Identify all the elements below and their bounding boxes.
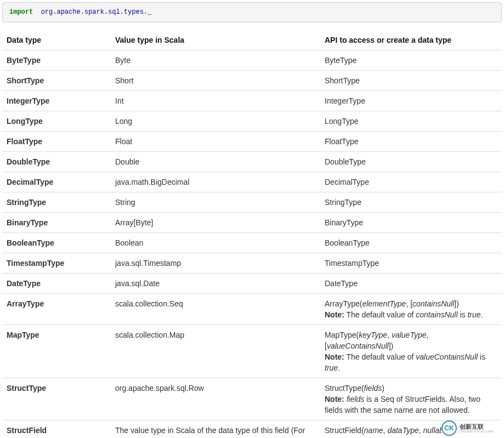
- cell-scala-type: org.apache.spark.sql.Row: [111, 378, 320, 420]
- cell-scala-type: java.sql.Timestamp: [111, 253, 320, 273]
- cell-scala-type: Long: [111, 111, 320, 131]
- cell-data-type: LongType: [2, 111, 111, 131]
- cell-api: DecimalType: [320, 172, 502, 192]
- table-row: ShortTypeShortShortType: [2, 70, 502, 90]
- table-row: DateTypejava.sql.DateDateType: [2, 273, 502, 293]
- table-row: LongTypeLongLongType: [2, 111, 502, 131]
- cell-data-type: ByteType: [2, 50, 111, 70]
- watermark: CK 创新互联 CHUANG XIN HU LIAN: [441, 420, 502, 436]
- cell-scala-type: String: [111, 192, 320, 212]
- cell-scala-type: Byte: [111, 50, 320, 70]
- cell-data-type: StructType: [2, 378, 111, 420]
- cell-scala-type: Short: [111, 70, 320, 90]
- cell-scala-type: Array[Byte]: [111, 212, 320, 232]
- cell-data-type: TimestampType: [2, 253, 111, 273]
- cell-scala-type: Boolean: [111, 232, 320, 253]
- cell-api: TimestampType: [320, 253, 502, 273]
- table-row: DoubleTypeDoubleDoubleType: [2, 151, 502, 172]
- code-keyword: import: [9, 8, 33, 16]
- cell-scala-type: scala.collection.Map: [111, 325, 320, 378]
- cell-scala-type: Int: [111, 90, 320, 111]
- data-types-table: Data type Value type in Scala API to acc…: [2, 30, 502, 438]
- table-row: StringTypeStringStringType: [2, 192, 502, 212]
- cell-data-type: StringType: [2, 192, 111, 212]
- cell-scala-type: scala.collection.Seq: [111, 293, 320, 325]
- table-row: DecimalTypejava.math.BigDecimalDecimalTy…: [2, 172, 502, 192]
- code-import-block: import org.apache.spark.sql.types._: [2, 2, 502, 22]
- cell-data-type: DecimalType: [2, 172, 111, 192]
- cell-data-type: BooleanType: [2, 232, 111, 253]
- cell-data-type: DoubleType: [2, 151, 111, 172]
- cell-scala-type: java.sql.Date: [111, 273, 320, 293]
- cell-data-type: StructField: [2, 420, 111, 438]
- table-row: StructTypeorg.apache.spark.sql.RowStruct…: [2, 378, 502, 420]
- cell-api: LongType: [320, 111, 502, 131]
- cell-data-type: BinaryType: [2, 212, 111, 232]
- cell-data-type: FloatType: [2, 131, 111, 151]
- header-scala-type: Value type in Scala: [111, 30, 320, 50]
- watermark-main-text: 创新互联: [460, 423, 494, 430]
- cell-api: BooleanType: [320, 232, 502, 253]
- cell-api: StringType: [320, 192, 502, 212]
- cell-api: ByteType: [320, 50, 502, 70]
- table-row: IntegerTypeIntIntegerType: [2, 90, 502, 111]
- cell-data-type: ShortType: [2, 70, 111, 90]
- table-row: MapTypescala.collection.MapMapType(keyTy…: [2, 325, 502, 378]
- cell-api: DateType: [320, 273, 502, 293]
- code-package: org.apache.spark.sql.types._: [41, 8, 152, 16]
- table-row: ArrayTypescala.collection.SeqArrayType(e…: [2, 293, 502, 325]
- cell-data-type: IntegerType: [2, 90, 111, 111]
- cell-scala-type: The value type in Scala of the data type…: [111, 420, 320, 438]
- cell-api: DoubleType: [320, 151, 502, 172]
- cell-api: BinaryType: [320, 212, 502, 232]
- cell-data-type: MapType: [2, 325, 111, 378]
- cell-api: MapType(keyType, valueType, [valueContai…: [320, 325, 502, 378]
- cell-api: ShortType: [320, 70, 502, 90]
- cell-data-type: DateType: [2, 273, 111, 293]
- cell-scala-type: Double: [111, 151, 320, 172]
- table-row: BooleanTypeBooleanBooleanType: [2, 232, 502, 253]
- table-row: FloatTypeFloatFloatType: [2, 131, 502, 151]
- cell-api: IntegerType: [320, 90, 502, 111]
- table-row: StructFieldThe value type in Scala of th…: [2, 420, 502, 438]
- header-api: API to access or create a data type: [320, 30, 502, 50]
- cell-api: FloatType: [320, 131, 502, 151]
- watermark-logo-icon: CK: [441, 420, 457, 436]
- watermark-sub-text: CHUANG XIN HU LIAN: [460, 430, 494, 434]
- table-header-row: Data type Value type in Scala API to acc…: [2, 30, 502, 50]
- cell-api: StructType(fields)Note: fields is a Seq …: [320, 378, 502, 420]
- header-data-type: Data type: [2, 30, 111, 50]
- table-row: ByteTypeByteByteType: [2, 50, 502, 70]
- cell-scala-type: Float: [111, 131, 320, 151]
- cell-scala-type: java.math.BigDecimal: [111, 172, 320, 192]
- table-row: BinaryTypeArray[Byte]BinaryType: [2, 212, 502, 232]
- table-row: TimestampTypejava.sql.TimestampTimestamp…: [2, 253, 502, 273]
- cell-data-type: ArrayType: [2, 293, 111, 325]
- cell-api: ArrayType(elementType, [containsNull])No…: [320, 293, 502, 325]
